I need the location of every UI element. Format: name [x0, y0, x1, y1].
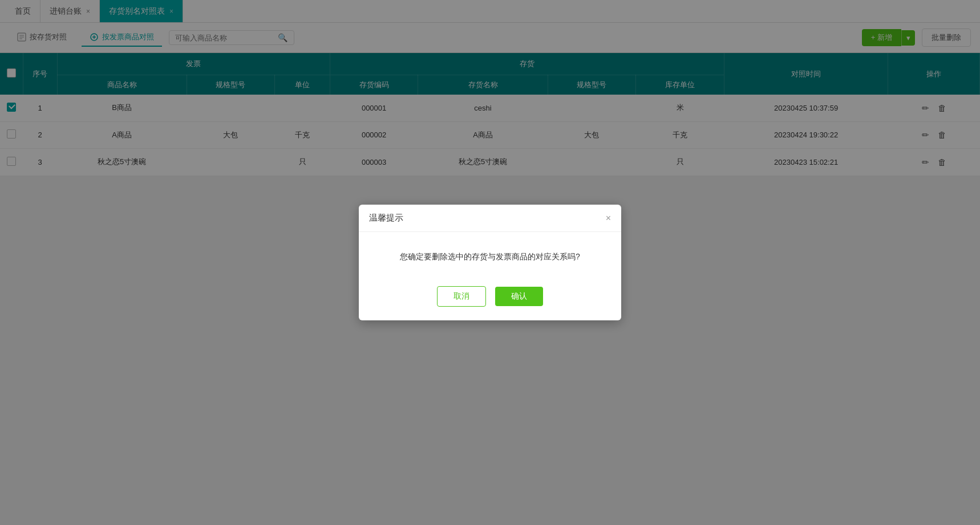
modal-overlay: 温馨提示 × 您确定要删除选中的存货与发票商品的对应关系吗? 取消 确认 [0, 0, 980, 176]
